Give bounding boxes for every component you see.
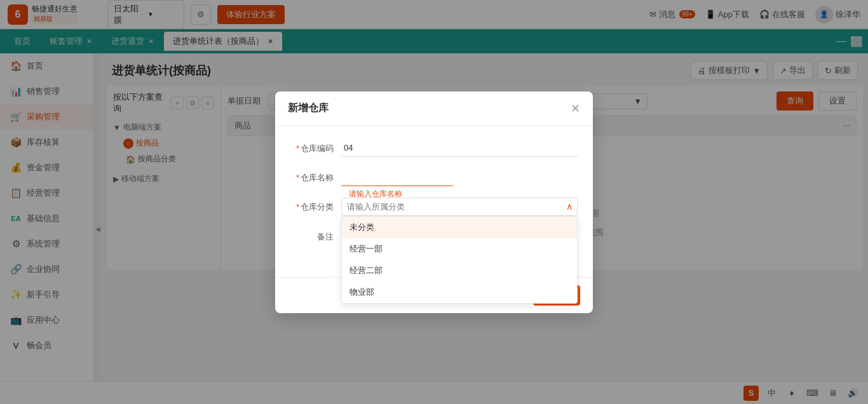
category-chevron-icon[interactable]: ∧ <box>566 201 573 212</box>
dropdown-item-unclassified[interactable]: 未分类 <box>342 217 577 238</box>
code-input[interactable] <box>341 139 578 157</box>
remark-label: 备注 <box>290 227 341 243</box>
name-input[interactable] <box>341 168 453 186</box>
category-select-wrapper: ∧ 未分类 经营一部 经营二部 物业部 <box>341 198 578 216</box>
new-warehouse-modal: 新增仓库 ✕ 仓库编码 仓库名称 请输入仓库名称 仓库分类 <box>275 91 593 313</box>
dropdown-item-operations1[interactable]: 经营一部 <box>342 238 577 260</box>
code-label: 仓库编码 <box>290 139 341 154</box>
category-input[interactable] <box>341 198 578 216</box>
modal-body: 仓库编码 仓库名称 请输入仓库名称 仓库分类 ∧ 未分类 <box>275 126 593 277</box>
name-label: 仓库名称 <box>290 168 341 184</box>
name-row: 仓库名称 请输入仓库名称 <box>290 168 578 186</box>
modal-close-button[interactable]: ✕ <box>571 102 580 116</box>
category-label: 仓库分类 <box>290 198 341 213</box>
name-inner: 仓库名称 <box>290 168 453 186</box>
modal-title: 新增仓库 <box>288 102 571 115</box>
category-dropdown: 未分类 经营一部 经营二部 物业部 <box>341 216 578 304</box>
dropdown-item-property[interactable]: 物业部 <box>342 281 577 303</box>
dropdown-item-operations2[interactable]: 经营二部 <box>342 260 577 281</box>
modal-overlay: 新增仓库 ✕ 仓库编码 仓库名称 请输入仓库名称 仓库分类 <box>0 0 868 404</box>
category-row: 仓库分类 ∧ 未分类 经营一部 经营二部 物业部 <box>290 198 578 216</box>
modal-header: 新增仓库 ✕ <box>275 91 593 126</box>
code-row: 仓库编码 <box>290 139 578 157</box>
